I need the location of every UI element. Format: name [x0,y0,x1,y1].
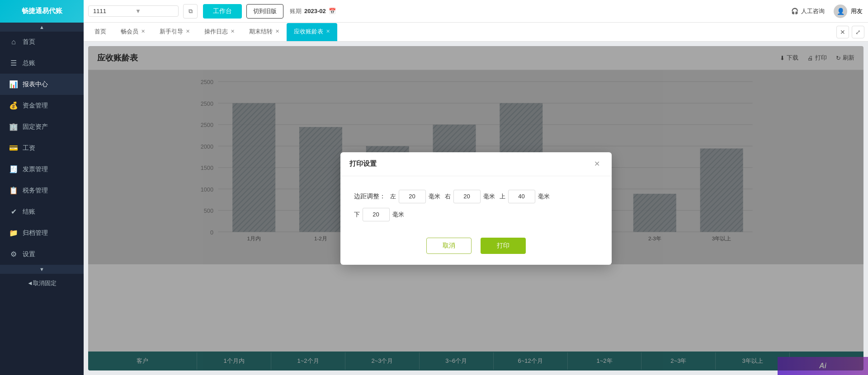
sidebar-item-assets[interactable]: 🏢 固定资产 [0,116,84,137]
top-unit: 毫米 [538,192,550,201]
logo: 畅捷通易代账 [0,0,84,23]
workbench-button[interactable]: 工作台 [203,4,242,19]
left-unit: 毫米 [429,192,440,201]
top-dir-label: 上 [500,192,505,201]
tab-guide-close[interactable]: ✕ [186,28,190,34]
sidebar-item-tax[interactable]: 📋 税务管理 [0,180,84,201]
avatar: 👤 [834,5,847,18]
sidebar-item-ledger[interactable]: ☰ 总账 [0,52,84,74]
left-dir-label: 左 [390,192,396,201]
support-button[interactable]: 🎧 人工咨询 [791,7,825,15]
sidebar-item-invoice[interactable]: 🧾 发票管理 [0,159,84,180]
tab-expand-button[interactable]: ⤢ [852,26,864,38]
tab-guide[interactable]: 新手引导 ✕ [152,23,197,41]
tab-member[interactable]: 畅会员 ✕ [113,23,152,41]
home-icon: ⌂ [9,38,18,46]
assets-icon: 🏢 [9,122,18,131]
margin-right-group: 右 毫米 [445,190,495,203]
header-right: 🎧 人工咨询 👤 用友 [791,5,863,18]
margin-bottom-input[interactable] [363,208,390,221]
sidebar-collapse-button[interactable]: ◄取消固定 [0,274,84,293]
period-area: 账期 2023-02 📅 [290,7,336,15]
tab-home[interactable]: 首页 [87,23,113,41]
invoice-icon: 🧾 [9,165,18,173]
right-unit: 毫米 [483,192,495,201]
company-selector[interactable]: 1111 ▼ [88,5,179,17]
sidebar-item-settings[interactable]: ⚙ 设置 [0,244,84,265]
page-inner: 应收账龄表 ⬇ 下载 🖨 打印 ↻ 刷新 [88,46,863,370]
headset-icon: 🎧 [791,8,798,14]
modal-footer: 取消 打印 [340,230,612,265]
sidebar-item-salary[interactable]: 💳 工资 [0,137,84,159]
copy-icon: ⧉ [189,8,193,15]
archive-icon: 📁 [9,229,18,237]
tab-close-all-button[interactable]: ✕ [836,26,849,38]
margin-left-input[interactable] [399,190,426,203]
sidebar-item-reports[interactable]: 📊 报表中心 [0,74,84,95]
period-value: 2023-02 [304,8,326,14]
sidebar-item-funds[interactable]: 💰 资金管理 [0,95,84,116]
user-icon: 👤 [837,8,844,15]
main-layout: ▲ ⌂ 首页 ☰ 总账 📊 报表中心 💰 资金管理 🏢 固定资产 💳 工资 🧾 … [0,23,868,375]
margin-top-group: 上 毫米 [500,190,550,203]
margin-label: 边距调整： [354,192,386,201]
bottom-unit: 毫米 [392,211,404,219]
margin-right-input[interactable] [453,190,481,203]
sidebar-item-home[interactable]: ⌂ 首页 [0,32,84,52]
app-header: 畅捷通易代账 1111 ▼ ⧉ 工作台 切到旧版 账期 2023-02 📅 🎧 … [0,0,868,23]
modal-header: 打印设置 ✕ [340,152,612,176]
tab-closing[interactable]: 期末结转 ✕ [242,23,287,41]
reports-icon: 📊 [9,80,18,89]
calendar-icon[interactable]: 📅 [329,8,336,14]
sidebar-scroll-up[interactable]: ▲ [0,23,84,32]
copy-button[interactable]: ⧉ [183,4,198,19]
modal-body: 边距调整： 左 毫米 右 毫米 [340,176,612,230]
period-label: 账期 [290,7,302,15]
funds-icon: 💰 [9,101,18,110]
content-area: 首页 畅会员 ✕ 新手引导 ✕ 操作日志 ✕ 期末结转 ✕ 应收账龄表 ✕ [84,23,868,375]
cancel-button[interactable]: 取消 [426,238,472,254]
margin-bottom-group: 下 毫米 [354,208,404,221]
closing-icon: ✔ [9,207,18,216]
modal-close-button[interactable]: ✕ [592,159,603,169]
sidebar: ▲ ⌂ 首页 ☰ 总账 📊 报表中心 💰 资金管理 🏢 固定资产 💳 工资 🧾 … [0,23,84,375]
tab-aging[interactable]: 应收账龄表 ✕ [287,23,337,41]
chevron-down-icon: ▼ [135,8,174,14]
sidebar-item-closing[interactable]: ✔ 结账 [0,201,84,222]
margin-left-group: 左 毫米 [390,190,440,203]
tab-aging-close[interactable]: ✕ [326,28,330,34]
right-dir-label: 右 [445,192,451,201]
margin-form-row: 边距调整： 左 毫米 右 毫米 [354,190,598,221]
user-area[interactable]: 👤 用友 [834,5,863,18]
ledger-icon: ☰ [9,59,18,67]
sidebar-scroll-down[interactable]: ▼ [0,265,84,274]
salary-icon: 💳 [9,144,18,152]
print-settings-modal: 打印设置 ✕ 边距调整： 左 毫米 [340,152,612,265]
page-content: 应收账龄表 ⬇ 下载 🖨 打印 ↻ 刷新 [84,42,868,375]
modal-overlay: 打印设置 ✕ 边距调整： 左 毫米 [88,46,863,370]
tab-member-close[interactable]: ✕ [141,28,145,34]
tab-closing-close[interactable]: ✕ [275,28,279,34]
tabs-bar: 首页 畅会员 ✕ 新手引导 ✕ 操作日志 ✕ 期末结转 ✕ 应收账龄表 ✕ [84,23,868,42]
bottom-dir-label: 下 [354,211,360,219]
tab-oplog[interactable]: 操作日志 ✕ [197,23,242,41]
print-confirm-button[interactable]: 打印 [481,238,526,254]
tab-actions: ✕ ⤢ [836,26,864,38]
tab-oplog-close[interactable]: ✕ [231,28,235,34]
modal-title: 打印设置 [349,159,592,168]
sidebar-item-archive[interactable]: 📁 归档管理 [0,222,84,244]
switch-version-button[interactable]: 切到旧版 [246,4,283,19]
user-name: 用友 [851,7,863,15]
settings-icon: ⚙ [9,250,18,258]
tax-icon: 📋 [9,186,18,195]
margin-top-input[interactable] [508,190,535,203]
